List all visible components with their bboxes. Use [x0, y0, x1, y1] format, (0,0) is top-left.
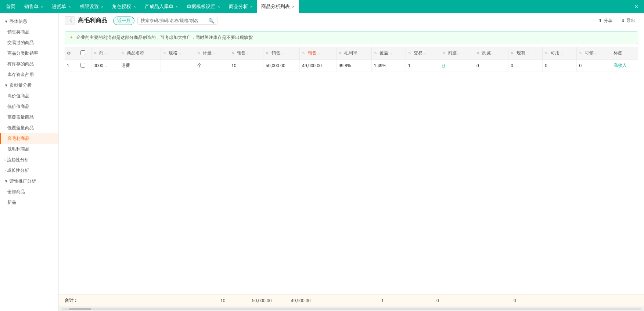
col-sales-amount[interactable]: ⇅ 销售...	[263, 47, 300, 59]
select-all-checkbox[interactable]	[80, 50, 85, 55]
sidebar-item-high-coverage[interactable]: 高覆盖量商品	[0, 112, 58, 123]
nav-permission-close[interactable]: ×	[101, 4, 103, 9]
col-tag[interactable]: 标签	[611, 47, 638, 59]
col-browse2[interactable]: ⇅ 浏览...	[474, 47, 508, 59]
sidebar-group-flow[interactable]: › 流趋性分析	[0, 155, 58, 165]
nav-purchase-close[interactable]: ×	[68, 4, 71, 9]
sidebar-group-contribution[interactable]: ▼ 贡献量分析	[0, 80, 58, 91]
nav-template[interactable]: 单据模板设置 ×	[182, 0, 224, 13]
sidebar-item-low-margin[interactable]: 低毛利商品	[0, 144, 58, 155]
nav-home[interactable]: 首页	[1, 0, 20, 13]
sort-icon: ⇅	[163, 51, 166, 55]
cell-browse2: 0	[474, 59, 508, 72]
footer-sales-profit: 49,900.00	[291, 298, 324, 303]
share-btn[interactable]: ⬆ 分享	[596, 17, 615, 25]
content-panel: 《 高毛利商品 近一月 🔍 ⬆ 分享 ⬇ 导出 ✦ 企业的主要的利润都是这部分商…	[59, 13, 644, 311]
filter-recent-month-btn[interactable]: 近一月	[113, 17, 134, 25]
settings-icon[interactable]: ⚙	[67, 51, 71, 56]
nav-analysis-list-close[interactable]: ×	[292, 4, 294, 9]
sidebar-item-sales-goods[interactable]: 销售类商品	[0, 27, 58, 37]
nav-sales-close[interactable]: ×	[41, 4, 43, 9]
sidebar-group-growth[interactable]: › 成长性分析	[0, 165, 58, 176]
share-icon: ⬆	[598, 18, 602, 23]
nav-role-close[interactable]: ×	[133, 4, 136, 9]
col-name[interactable]: ⇅ 商品名称	[119, 47, 161, 59]
sidebar-item-all-goods[interactable]: 全部商品	[0, 187, 58, 197]
row-checkbox[interactable]	[80, 63, 85, 68]
sidebar-item-low-value[interactable]: 低价值商品	[0, 101, 58, 112]
group-flow-arrow: ›	[4, 158, 6, 162]
col-stock-available[interactable]: ⇅ 可用...	[543, 47, 577, 59]
sort-icon: ⇅	[579, 51, 582, 55]
cell-checkbox[interactable]	[78, 59, 91, 72]
col-settings[interactable]: ⚙	[65, 47, 78, 59]
sort-icon: ⇅	[231, 51, 234, 55]
col-trade[interactable]: ⇅ 交易...	[406, 47, 440, 59]
cell-sales-amount: 50,000.00	[263, 59, 300, 72]
footer-sales-qty: 10	[220, 298, 246, 303]
horizontal-scrollbar[interactable]	[59, 307, 644, 311]
col-browse1[interactable]: ⇅ 浏览...	[440, 47, 474, 59]
col-coverage[interactable]: ⇅ 覆盖...	[371, 47, 406, 59]
window-close-btn[interactable]: ×	[630, 3, 643, 10]
nav-permission[interactable]: 权限设置 ×	[75, 0, 108, 13]
search-icon[interactable]: 🔍	[208, 18, 214, 23]
cell-trade: 1	[406, 59, 440, 72]
sidebar-item-new-goods[interactable]: 新品	[0, 197, 58, 208]
sort-icon: ⇅	[476, 51, 479, 55]
sidebar-item-stock-capital[interactable]: 库存资金占用	[0, 69, 58, 80]
cell-no: 1	[65, 59, 78, 72]
sidebar-item-high-margin[interactable]: 高毛利商品	[0, 133, 58, 144]
export-btn[interactable]: ⬇ 导出	[618, 17, 638, 25]
nav-purchase[interactable]: 进货单 ×	[47, 0, 75, 13]
col-spec[interactable]: ⇅ 规格...	[161, 47, 195, 59]
sidebar-item-high-value[interactable]: 高价值商品	[0, 91, 58, 101]
cell-tag: 高收入	[611, 59, 638, 72]
col-unit[interactable]: ⇅ 计量...	[195, 47, 229, 59]
sidebar-group-overall[interactable]: ▼ 整体信息	[0, 16, 58, 27]
col-sales-qty[interactable]: ⇅ 销售...	[229, 47, 263, 59]
scrollbar-thumb[interactable]	[69, 308, 91, 310]
col-stock-saleable[interactable]: ⇅ 可销...	[577, 47, 611, 59]
nav-product-in[interactable]: 产成品入库单 ×	[140, 0, 182, 13]
sort-icon: ⇅	[545, 51, 548, 55]
nav-sales[interactable]: 销售单 ×	[20, 0, 47, 13]
sidebar-item-low-coverage[interactable]: 低覆盖量商品	[0, 123, 58, 133]
col-code[interactable]: ⇅ 商...	[91, 47, 119, 59]
nav-analysis-list[interactable]: 商品分析列表 ×	[257, 0, 299, 13]
search-input[interactable]	[141, 18, 207, 23]
nav-product-in-close[interactable]: ×	[176, 4, 178, 9]
scrollbar-track	[62, 308, 641, 310]
sort-icon: ⇅	[94, 51, 97, 55]
sidebar-item-in-stock[interactable]: 有库存的商品	[0, 59, 58, 69]
sort-icon: ⇅	[408, 51, 411, 55]
sidebar-group-marketing[interactable]: ▼ 营销推广分析	[0, 176, 58, 187]
col-sales-profit[interactable]: ⇅ 销售...	[300, 47, 336, 59]
cell-stock-saleable: 0	[577, 59, 611, 72]
nav-role[interactable]: 角色授权 ×	[108, 0, 140, 13]
footer-total-bar: 合计： 10 50,000.00 49,900.00 1 0 0	[59, 294, 644, 307]
col-checkbox[interactable]	[78, 47, 91, 59]
page-title: 高毛利商品	[78, 17, 107, 25]
table-header-row: ⚙ ⇅ 商... ⇅ 商品名称	[65, 47, 638, 59]
col-gross-rate[interactable]: ⇅ 毛利率	[336, 47, 371, 59]
nav-template-close[interactable]: ×	[217, 4, 220, 9]
sidebar-item-category-rate[interactable]: 商品分类助销率	[0, 48, 58, 59]
sort-icon: ⇅	[197, 51, 200, 55]
data-table: ⚙ ⇅ 商... ⇅ 商品名称	[65, 47, 638, 72]
cell-code: 0000...	[91, 59, 119, 72]
cell-sales-qty: 10	[229, 59, 263, 72]
sidebar-item-traded-goods[interactable]: 交易过的商品	[0, 37, 58, 48]
sort-icon: ⇅	[511, 51, 514, 55]
search-box: 🔍	[137, 17, 217, 25]
nav-analysis-close[interactable]: ×	[250, 4, 252, 9]
col-stock-current[interactable]: ⇅ 现有...	[508, 47, 543, 59]
cell-name: 运费	[119, 59, 161, 72]
sort-icon: ⇅	[374, 51, 377, 55]
main-area: ▼ 整体信息 销售类商品 交易过的商品 商品分类助销率 有库存的商品 库存资金占…	[0, 13, 644, 311]
sidebar-collapse-btn[interactable]: 《	[65, 16, 75, 25]
table-wrapper: ⚙ ⇅ 商... ⇅ 商品名称	[59, 47, 644, 294]
footer-stock-saleable: 0	[514, 298, 539, 303]
cell-browse1[interactable]: 0	[440, 59, 474, 72]
nav-analysis[interactable]: 商品分析 ×	[224, 0, 257, 13]
